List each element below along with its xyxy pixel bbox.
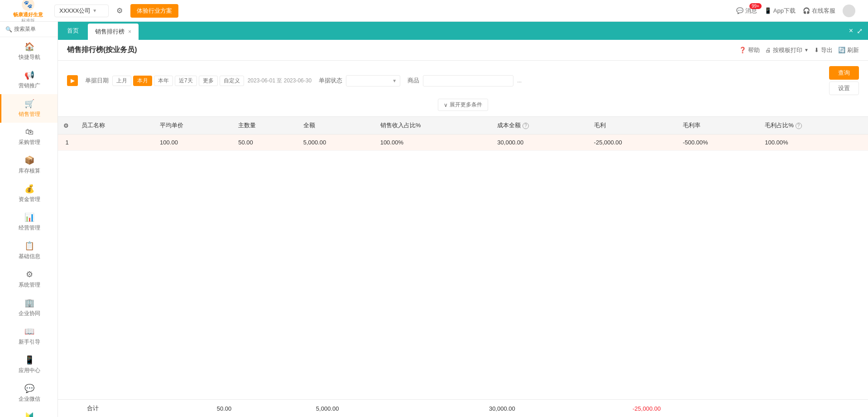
sales-icon: 🛒 [24,99,34,109]
cell-gross-pct: 100.00% [759,134,868,151]
user-avatar[interactable] [843,5,855,17]
help-icon: ❓ [739,47,746,53]
main-area: 🔍 搜索菜单 🏠 快捷导航 📢 营销推广 🛒 销售管理 🛍 采购管理 📦 [0,22,868,417]
filter-row-1: ▶ 单据日期 上月 本月 本年 近7天 更多 自定义 2023-06-01 至 … [67,66,859,95]
th-sales-pct: 销售收入占比% [375,117,492,134]
online-service-button[interactable]: 🎧 在线客服 [803,7,835,15]
sidebar-item-marketing[interactable]: 📢 营销推广 [0,66,58,94]
th-avg-price-label: 平均单价 [160,122,183,129]
print-button[interactable]: 🖨 按模板打印 ▼ [765,46,809,54]
sidebar: 🔍 搜索菜单 🏠 快捷导航 📢 营销推广 🛒 销售管理 🛍 采购管理 📦 [0,22,58,417]
th-gross: 毛利 [589,117,677,134]
filter-expand-row: ∨ 展开更多条件 [67,99,859,111]
tab-maximize-icon[interactable]: ⤢ [857,27,863,35]
export-icon: ⬇ [814,47,819,53]
app-download-button[interactable]: 📱 App下载 [764,7,796,15]
th-gross-rate-label: 毛利率 [683,122,700,129]
message-icon: 💬 [736,7,743,14]
app-download-label: App下载 [773,7,796,15]
sidebar-item-sales[interactable]: 🛒 销售管理 [0,94,58,123]
date-btn-year[interactable]: 本年 [154,76,173,86]
query-button[interactable]: 查询 [829,66,859,80]
search-icon: 🔍 [5,26,12,33]
page-title: 销售排行榜(按业务员) [67,45,137,55]
date-btn-7days[interactable]: 近7天 [175,76,197,86]
company-selector[interactable]: XXXXX公司 ▼ [54,5,109,17]
th-sales-pct-label: 销售收入占比% [380,122,421,129]
date-btn-custom[interactable]: 自定义 [220,76,244,86]
purchase-icon: 🛍 [25,127,34,137]
wechat-icon: 💬 [24,383,34,393]
tab-label-sales-ranking: 销售排行榜 [95,28,125,36]
date-btn-prev[interactable]: 上月 [112,76,131,86]
th-employee-label: 员工名称 [82,122,105,129]
message-button[interactable]: 💬 消息 99+ [736,7,757,15]
logo-icon: 🐾 [21,0,35,12]
refresh-button[interactable]: 🔄 刷新 [838,46,859,54]
sidebar-item-enterprise[interactable]: 🏢 企业协同 [0,293,58,322]
sidebar-label-wechat: 企业微信 [19,395,40,403]
help-label: 帮助 [748,46,760,54]
sidebar-item-quick-nav[interactable]: 🏠 快捷导航 [0,37,58,66]
sidebar-item-system[interactable]: ⚙ 系统管理 [0,265,58,293]
help-button[interactable]: ❓ 帮助 [739,46,760,54]
sidebar-item-guide[interactable]: 📖 新手引导 [0,322,58,350]
th-gross-pct: 毛利占比% ? [759,117,868,134]
settings-button-2[interactable]: 设置 [829,81,859,95]
page-actions: ❓ 帮助 🖨 按模板打印 ▼ ⬇ 导出 🔄 刷新 [739,46,859,54]
th-cost: 成本全额 ? [492,117,588,134]
data-table: ⚙ 员工名称 平均单价 主数量 [58,117,868,151]
filter-goods: 商品 ... [408,75,522,86]
sidebar-item-inventory[interactable]: 📦 库存核算 [0,151,58,179]
goods-input[interactable] [423,75,513,86]
footer-amount: 5,000.00 [311,404,441,412]
sidebar-item-finance[interactable]: 💰 资金管理 [0,179,58,208]
gross-pct-info-icon[interactable]: ? [796,123,802,129]
status-select-wrapper [346,75,400,86]
sidebar-item-basic-info[interactable]: 📋 基础信息 [0,236,58,265]
chevron-down-icon: ▼ [92,8,97,13]
refresh-icon: 🔄 [838,47,845,53]
date-range-display: 2023-06-01 至 2023-06-30 [248,77,312,85]
date-btn-more[interactable]: 更多 [199,76,218,86]
sidebar-item-purchase[interactable]: 🛍 采购管理 [0,123,58,151]
cell-sales-pct: 100.00% [375,134,492,151]
date-btn-this[interactable]: 本月 [133,76,152,86]
headset-icon: 🎧 [803,7,810,14]
table-settings-icon[interactable]: ⚙ [63,122,69,129]
sidebar-label-purchase: 采购管理 [19,139,40,146]
sidebar-item-search-menu[interactable]: 🔍 搜索菜单 [0,22,58,37]
svg-text:🐾: 🐾 [24,0,33,9]
expand-more-btn[interactable]: ∨ 展开更多条件 [438,99,488,111]
sidebar-item-app-center[interactable]: 📱 应用中心 [0,350,58,379]
print-chevron-icon: ▼ [804,48,809,53]
sidebar-label-finance: 资金管理 [19,196,40,203]
sidebar-item-operations[interactable]: 📊 经营管理 [0,208,58,236]
sidebar-item-wechat[interactable]: 💬 企业微信 [0,379,58,407]
query-action-area: 查询 设置 [829,66,859,95]
footer-empty-avg [169,404,211,412]
cell-gross: -25,000.00 [589,134,677,151]
sidebar-item-membership[interactable]: 🔰 畅会员 [0,407,58,417]
tab-sales-ranking[interactable]: 销售排行榜 × [88,24,139,40]
export-label: 导出 [821,46,833,54]
footer-label: 合计 [82,404,169,412]
status-select[interactable] [346,75,400,86]
filter-toggle-btn[interactable]: ▶ [67,75,78,86]
table-area: ⚙ 员工名称 平均单价 主数量 [58,117,868,399]
sidebar-label-guide: 新手引导 [19,338,40,346]
tab-close-icon[interactable]: × [128,29,131,35]
sidebar-label-quick-nav: 快捷导航 [19,53,40,61]
export-button[interactable]: ⬇ 导出 [814,46,833,54]
cost-info-icon[interactable]: ? [523,123,529,129]
trial-button[interactable]: 体验行业方案 [130,4,178,18]
top-right: 💬 消息 99+ 📱 App下载 🎧 在线客服 [736,5,863,17]
more-icon: ... [517,77,522,84]
date-buttons: 上月 本月 本年 近7天 更多 自定义 [112,76,244,86]
tab-home[interactable]: 首页 [58,22,88,40]
sidebar-label-inventory: 库存核算 [19,167,40,175]
settings-button[interactable]: ⚙ [112,4,127,18]
page-header: 销售排行榜(按业务员) ❓ 帮助 🖨 按模板打印 ▼ ⬇ 导出 [58,40,868,61]
tab-close-window-icon[interactable]: × [849,27,853,35]
refresh-label: 刷新 [847,46,859,54]
